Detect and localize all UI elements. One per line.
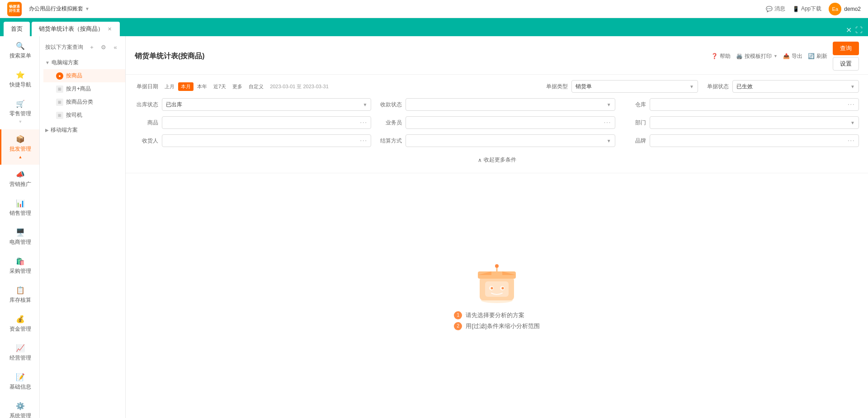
collapse-up-icon: ∧ <box>478 157 482 163</box>
warehouse-label: 仓库 <box>623 101 646 109</box>
wholesale-icon: 📦 <box>16 135 25 143</box>
page-header-actions: ❓ 帮助 🖨️ 按模板打印 ▼ 📤 导出 🔄 刷新 <box>711 42 859 71</box>
date-tab-7days[interactable]: 近7天 <box>211 82 229 91</box>
doc-type-input[interactable]: 销货单 ▼ <box>571 80 698 93</box>
finance-icon: 💰 <box>16 315 25 323</box>
sidebar-item-quicknav[interactable]: ⭐ 快捷导航 <box>0 65 39 94</box>
sidebar-item-marketing[interactable]: 📣 营销推广 <box>0 165 39 194</box>
add-scheme-button[interactable]: + <box>87 43 96 52</box>
date-tab-custom[interactable]: 自定义 <box>246 82 266 91</box>
print-action[interactable]: 🖨️ 按模板打印 ▼ <box>736 52 778 60</box>
tab-close-icon[interactable]: ✕ <box>106 26 113 32</box>
logo-area: 畅捷通好生意 <box>7 2 22 16</box>
scheme-item-by-product-label: 按商品 <box>66 72 82 80</box>
stock-status-value: 已出库 <box>166 101 182 109</box>
scheme-item-month-product[interactable]: ⊞ 按月+商品 <box>43 82 125 95</box>
hint-number-1: 1 <box>454 311 462 319</box>
scheme-item-by-product[interactable]: ● 按商品 <box>43 69 125 82</box>
payment-status-label: 收款状态 <box>378 101 402 109</box>
chevron-down-icon: ▼ <box>85 6 90 11</box>
sidebar-item-inventory[interactable]: 📋 库存核算 <box>0 280 39 309</box>
doc-status-input[interactable]: 已生效 ▼ <box>732 80 859 93</box>
filter-payment-method-item: 结算方式 ▼ <box>378 134 615 147</box>
brand-input[interactable]: ··· <box>650 134 859 147</box>
settings-scheme-button[interactable]: ⚙ <box>99 43 108 52</box>
category-icon: ⊞ <box>56 99 63 106</box>
payment-method-input[interactable]: ▼ <box>406 134 615 147</box>
doc-status-value: 已生效 <box>736 83 753 90</box>
filter-warehouse-item: 仓库 ··· <box>623 98 859 111</box>
user-area[interactable]: Ea demo2 <box>829 3 861 15</box>
date-tab-last-month[interactable]: 上月 <box>162 82 177 91</box>
sidebar-item-search[interactable]: 🔍 搜索菜单 <box>0 36 39 65</box>
filter-brand-item: 品牌 ··· <box>623 134 859 147</box>
date-tabs: 上月 本月 本年 近7天 更多 自定义 <box>162 82 266 91</box>
download-action[interactable]: 📱 App下载 <box>793 5 821 13</box>
collapse-panel-button[interactable]: « <box>111 43 120 52</box>
logo-icon: 畅捷通好生意 <box>7 2 22 16</box>
sidebar-item-purchase-label: 采购管理 <box>9 267 31 275</box>
receiver-input[interactable]: ··· <box>162 134 371 147</box>
tabbar-actions: ✕ ⛶ <box>840 26 868 36</box>
tab-report-label: 销货单统计表（按商品） <box>39 25 104 33</box>
tab-maximize-icon[interactable]: ⛶ <box>855 26 863 34</box>
export-action[interactable]: 📤 导出 <box>783 52 802 60</box>
filter-doc-status-item: 单据状态 已生效 ▼ <box>705 80 859 93</box>
retail-icon: 🛒 <box>16 100 25 108</box>
payment-status-input[interactable]: ▼ <box>406 98 615 111</box>
collapse-conditions-button[interactable]: ∧ 收起更多条件 <box>135 152 859 167</box>
date-filter-label: 单据日期 <box>135 83 158 90</box>
sidebar-item-purchase[interactable]: 🛍️ 采购管理 <box>0 252 39 280</box>
stock-status-arrow-icon: ▼ <box>363 102 367 107</box>
date-tab-this-year[interactable]: 本年 <box>194 82 210 91</box>
topbar: 畅捷通好生意 办公用品行业模拟账套 ▼ 💬 消息 📱 App下载 Ea demo… <box>0 0 868 18</box>
warehouse-input[interactable]: ··· <box>650 98 859 111</box>
query-actions: 查询 设置 <box>833 42 859 71</box>
basic-icon: 📝 <box>16 373 25 381</box>
sidebar-item-basic[interactable]: 📝 基础信息 <box>0 367 39 396</box>
inventory-icon: 📋 <box>16 286 25 294</box>
salesperson-input[interactable]: ··· <box>406 116 615 129</box>
scheme-item-cashier-label: 按司机 <box>66 111 82 119</box>
sidebar-item-sales[interactable]: 📊 销售管理 <box>0 194 39 223</box>
scheme-item-category-label: 按商品分类 <box>66 98 93 106</box>
scheme-group-mobile-header[interactable]: ▶ 移动端方案 <box>40 124 125 137</box>
product-more-icon: ··· <box>360 119 367 127</box>
workspace-selector[interactable]: 办公用品行业模拟账套 ▼ <box>25 3 93 14</box>
date-tab-more[interactable]: 更多 <box>230 82 245 91</box>
tab-close-all-icon[interactable]: ✕ <box>846 26 852 34</box>
help-action[interactable]: ❓ 帮助 <box>711 52 731 60</box>
filter-panel-title: 按以下方案查询 <box>45 43 83 51</box>
message-action[interactable]: 💬 消息 <box>766 5 785 13</box>
salesperson-more-icon: ··· <box>604 119 611 127</box>
sidebar-item-operation[interactable]: 📈 经营管理 <box>0 338 39 367</box>
payment-method-arrow-icon: ▼ <box>607 138 611 143</box>
product-input[interactable]: ··· <box>162 116 371 129</box>
scheme-item-category[interactable]: ⊞ 按商品分类 <box>43 95 125 109</box>
sidebar-item-wholesale[interactable]: 📦 批发管理 ▲ <box>0 129 39 165</box>
brand-label: 品牌 <box>623 137 646 145</box>
refresh-label: 刷新 <box>816 52 827 60</box>
sidebar-item-retail[interactable]: 🛒 零售管理 ▼ <box>0 94 39 129</box>
tab-home[interactable]: 首页 <box>4 22 30 36</box>
sidebar-item-ecommerce[interactable]: 🖥️ 电商管理 <box>0 223 39 252</box>
scheme-group-mobile: ▶ 移动端方案 <box>40 124 125 137</box>
avatar: Ea <box>829 3 841 15</box>
product-label: 商品 <box>135 119 158 127</box>
sidebar-item-retail-label: 零售管理 <box>9 110 31 118</box>
username-label: demo2 <box>844 6 861 12</box>
sidebar-item-finance[interactable]: 💰 资金管理 <box>0 309 39 338</box>
query-button[interactable]: 查询 <box>833 42 859 55</box>
retail-expand-icon: ▼ <box>19 119 23 124</box>
stock-status-input[interactable]: 已出库 ▼ <box>162 98 371 111</box>
scheme-item-cashier[interactable]: ⊞ 按司机 <box>43 109 125 122</box>
department-input[interactable]: ▼ <box>650 116 859 129</box>
tab-report[interactable]: 销货单统计表（按商品） ✕ <box>32 22 120 36</box>
doc-type-arrow-icon: ▼ <box>689 84 694 89</box>
refresh-action[interactable]: 🔄 刷新 <box>808 52 827 60</box>
download-icon: 📱 <box>793 6 799 12</box>
scheme-group-pc-header[interactable]: ▼ 电脑端方案 <box>40 56 125 69</box>
settings-button[interactable]: 设置 <box>833 57 859 71</box>
date-tab-this-month[interactable]: 本月 <box>178 82 193 91</box>
sidebar-item-system[interactable]: ⚙️ 系统管理 <box>0 396 39 418</box>
